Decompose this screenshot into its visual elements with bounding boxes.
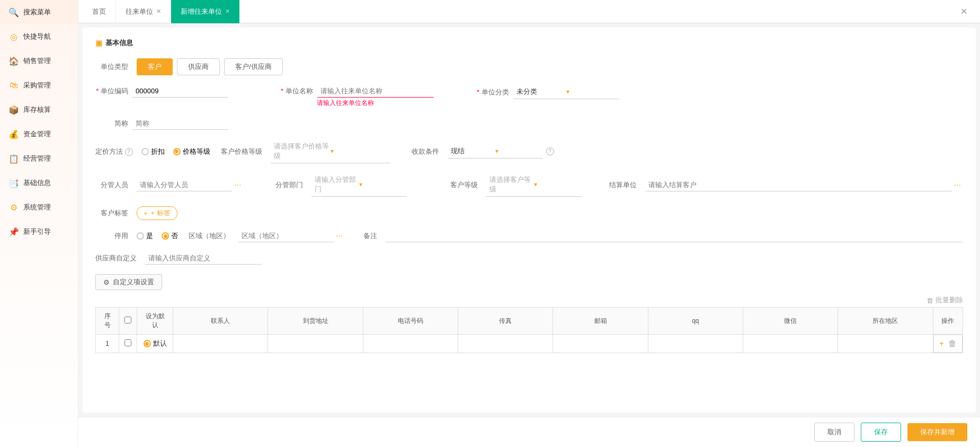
row-address-input[interactable]: [273, 340, 357, 348]
settlement-unit-more-btn[interactable]: ···: [952, 181, 963, 189]
basic-info-icon: 📑: [8, 178, 19, 188]
payment-terms-help-icon[interactable]: ?: [546, 147, 554, 155]
sidebar-item-finance[interactable]: 💰 资金管理: [0, 122, 78, 146]
row-add-btn[interactable]: +: [939, 339, 944, 348]
row-fax[interactable]: [458, 335, 553, 353]
unit-name-label: 单位名称: [281, 86, 317, 96]
row-address[interactable]: [268, 335, 363, 353]
row-delete-btn[interactable]: 🗑: [948, 339, 957, 348]
row-region-input[interactable]: [843, 340, 927, 348]
row-contact-input[interactable]: [179, 340, 262, 348]
tab-contacts[interactable]: 往来单位 ✕: [116, 0, 171, 23]
tab-bar-close-all[interactable]: ✕: [952, 6, 976, 16]
unit-name-field: 单位名称 请输入往来单位名称: [265, 85, 456, 108]
row-action-cell: + 🗑: [933, 335, 963, 353]
supervisor-input[interactable]: [137, 179, 232, 191]
add-tag-plus: +: [144, 209, 148, 217]
sidebar-item-guide[interactable]: 📌 新手引导: [0, 220, 78, 244]
contact-table: 序号 设为默认 联系人 到货地址 电话号码 传真 邮箱 qq 微信 所在地区 操…: [95, 307, 963, 353]
radio-disabled-no-circle: [162, 232, 169, 240]
radio-disabled-yes[interactable]: 是: [137, 231, 153, 241]
radio-discount[interactable]: 折扣: [141, 147, 165, 156]
main-area: 首页 往来单位 ✕ 新增往来单位 ✕ ✕ ▣ 基本信息 单位类型 客户 供应商: [78, 0, 980, 447]
radio-disabled-no[interactable]: 否: [162, 231, 178, 241]
row-phone[interactable]: [363, 335, 458, 353]
supervisor-more-btn[interactable]: ···: [232, 181, 243, 189]
customer-level-select[interactable]: 请选择客户等级 ▾: [486, 173, 582, 197]
pricing-help-icon[interactable]: ?: [125, 148, 133, 156]
unit-code-input[interactable]: [132, 85, 228, 98]
dept-chevron: ▾: [359, 181, 404, 188]
batch-delete-label[interactable]: 批量删除: [936, 295, 963, 305]
cancel-button[interactable]: 取消: [814, 423, 854, 442]
row-seq: 1: [96, 335, 119, 353]
row-checkbox[interactable]: [124, 339, 131, 346]
supplier-custom-field: 供应商自定义: [95, 252, 297, 265]
sidebar-item-purchase[interactable]: 🛍 采购管理: [0, 73, 78, 98]
short-name-row: 简称: [95, 117, 963, 130]
payment-terms-select[interactable]: 现结 ▾: [448, 144, 543, 159]
sidebar-item-quick-nav[interactable]: ◎ 快捷导航: [0, 24, 78, 49]
customer-price-level-select[interactable]: 请选择客户价格等级 ▾: [271, 139, 390, 163]
row-default-radio[interactable]: [144, 340, 151, 347]
unit-category-select[interactable]: 未分类 ▾: [513, 85, 619, 99]
region-more-btn[interactable]: ···: [334, 232, 345, 240]
col-address: 到货地址: [268, 308, 363, 335]
row-qq[interactable]: [648, 335, 743, 353]
tab-new-contact-close[interactable]: ✕: [225, 8, 230, 15]
supplier-custom-input[interactable]: [145, 252, 262, 265]
short-name-input[interactable]: [132, 117, 228, 130]
type-btn-supplier[interactable]: 供应商: [177, 58, 220, 75]
add-tag-button[interactable]: + + 标签: [137, 206, 177, 220]
customer-tags-row: 客户标签 + + 标签: [95, 206, 963, 220]
row-qq-input[interactable]: [654, 340, 737, 348]
radio-price-level-circle: [173, 148, 181, 155]
col-action: 操作: [933, 308, 963, 335]
radio-discount-circle: [141, 148, 149, 155]
unit-name-input[interactable]: [317, 85, 434, 98]
save-button[interactable]: 保存: [861, 423, 901, 442]
region-input[interactable]: [238, 230, 334, 242]
sidebar-item-inventory[interactable]: 📦 库存核算: [0, 98, 78, 122]
pricing-field: 定价方法 ? 折扣 价格等级: [95, 147, 210, 156]
row-email[interactable]: [553, 335, 648, 353]
unit-code-field: 单位编码: [95, 85, 265, 98]
sidebar-item-sales[interactable]: 🏠 销售管理: [0, 49, 78, 73]
sidebar-item-search[interactable]: 🔍 搜索菜单: [0, 0, 78, 24]
row-email-input[interactable]: [558, 340, 642, 348]
batch-delete-area: 🗑 批量删除: [95, 295, 963, 305]
row-fax-input[interactable]: [464, 340, 547, 348]
compass-icon: ◎: [8, 31, 19, 42]
sidebar-item-basic-info[interactable]: 📑 基础信息: [0, 171, 78, 195]
payment-terms-chevron: ▾: [495, 147, 540, 155]
row-phone-input[interactable]: [369, 340, 452, 348]
settings-icon: ⚙: [103, 278, 110, 286]
save-and-new-button[interactable]: 保存并新增: [907, 423, 967, 441]
settlement-unit-input[interactable]: [645, 179, 952, 191]
col-seq: 序号: [96, 308, 119, 335]
price-level-chevron: ▾: [331, 147, 387, 155]
radio-price-level[interactable]: 价格等级: [173, 147, 210, 156]
row-contact[interactable]: [173, 335, 268, 353]
tab-contacts-close[interactable]: ✕: [156, 8, 161, 15]
settlement-unit-label: 结算单位: [609, 180, 641, 190]
select-all-checkbox[interactable]: [124, 317, 131, 323]
tab-home[interactable]: 首页: [83, 0, 116, 23]
row-wechat[interactable]: [743, 335, 838, 353]
disabled-field: 停用 是 否: [95, 231, 178, 241]
type-btn-both[interactable]: 客户/供应商: [224, 58, 283, 75]
custom-settings-button[interactable]: ⚙ 自定义项设置: [95, 274, 162, 290]
unit-category-chevron: ▾: [566, 88, 616, 95]
type-btn-customer[interactable]: 客户: [137, 58, 173, 75]
remark-input[interactable]: [386, 230, 963, 242]
sidebar-item-operation[interactable]: 📋 经营管理: [0, 146, 78, 171]
short-name-label: 简称: [95, 119, 132, 128]
section-icon: ▣: [95, 39, 102, 47]
row-wechat-input[interactable]: [749, 340, 832, 348]
tab-new-contact[interactable]: 新增往来单位 ✕: [171, 0, 239, 23]
guide-icon: 📌: [8, 226, 19, 237]
sidebar-item-system[interactable]: ⚙ 系统管理: [0, 195, 78, 220]
content-area: ▣ 基本信息 单位类型 客户 供应商 客户/供应商 单位编码 单位名称: [83, 28, 976, 413]
row-region[interactable]: [838, 335, 933, 353]
dept-select[interactable]: 请输入分管部门 ▾: [311, 173, 407, 197]
